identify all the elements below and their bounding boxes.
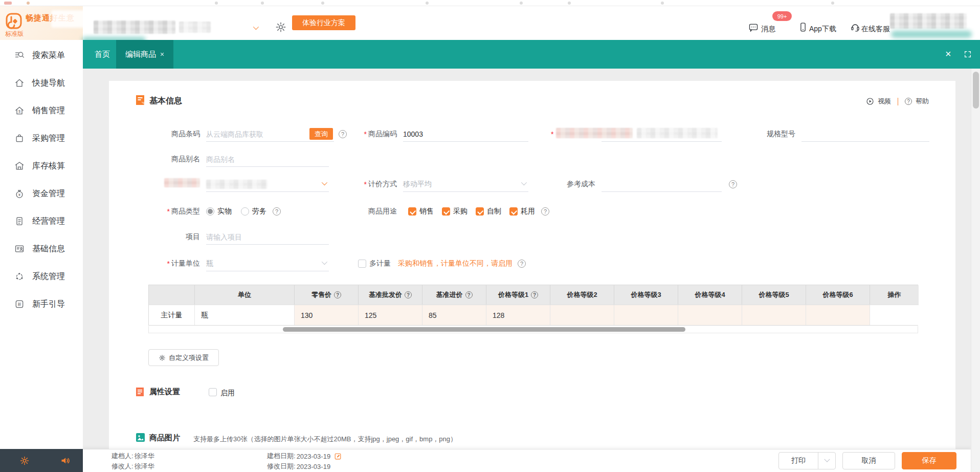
barcode-label: 商品条码 — [109, 126, 200, 142]
cell-level6[interactable] — [806, 305, 870, 325]
header-cell-actions: 操作 — [870, 285, 919, 305]
enable-checkbox[interactable] — [209, 388, 217, 396]
sidebar-item-business[interactable]: 经营管理 — [0, 207, 83, 235]
save-button[interactable]: 保存 — [902, 452, 956, 469]
app-download-icon[interactable] — [798, 22, 808, 32]
user-account-redacted[interactable] — [890, 13, 967, 29]
custom-fields-button[interactable]: 自定义项设置 — [148, 349, 219, 366]
cell-purchase[interactable]: 85 — [422, 305, 486, 325]
help-icon[interactable]: ? — [531, 291, 538, 298]
checkbox-purchase[interactable] — [442, 207, 450, 216]
sidebar-item-label: 销售管理 — [32, 105, 65, 116]
footer-gear-icon[interactable] — [19, 456, 30, 466]
sidebar-item-purchase[interactable]: 采购管理 — [0, 124, 83, 152]
browser-favicon-dot — [261, 2, 264, 5]
help-icon[interactable]: ? — [405, 291, 412, 298]
print-dropdown-button[interactable] — [818, 453, 835, 469]
workspace-select[interactable] — [94, 20, 175, 34]
horizontal-scrollbar[interactable] — [148, 326, 918, 333]
horizontal-scrollbar-thumb[interactable] — [283, 327, 685, 332]
project-field[interactable] — [206, 229, 329, 245]
cancel-button[interactable]: 取消 — [842, 452, 895, 469]
new-badge-icon: 新 — [14, 299, 25, 309]
unit-label: *计量单位 — [109, 256, 200, 271]
refcost-field[interactable] — [602, 177, 722, 192]
checkbox-consume[interactable] — [509, 207, 518, 216]
header-cell-wholesale: 基准批发价? — [359, 285, 422, 305]
sidebar-item-inventory[interactable]: 库存核算 — [0, 152, 83, 180]
header-cell-level1: 价格等级1? — [486, 285, 550, 305]
sidebar-item-label: 采购管理 — [32, 133, 65, 144]
message-icon[interactable] — [748, 23, 759, 33]
help-link[interactable]: 帮助 — [916, 97, 929, 106]
tabbar-close-icon[interactable]: × — [945, 47, 951, 60]
print-button[interactable]: 打印 — [779, 456, 818, 465]
app-download-label[interactable]: App下载 — [809, 25, 836, 34]
sidebar-item-quick-nav[interactable]: 快捷导航 — [0, 69, 83, 97]
sidebar-item-system[interactable]: 系统管理 — [0, 263, 83, 290]
browser-favicon-dot — [831, 2, 834, 5]
workspace-select-redacted — [179, 22, 211, 33]
code-input[interactable] — [403, 130, 528, 138]
search-icon — [14, 50, 25, 60]
spec-input[interactable] — [801, 130, 929, 138]
vertical-scrollbar[interactable] — [971, 69, 980, 472]
radio-service-label: 劳务 — [252, 207, 266, 216]
multiunit-label: 多计量 — [369, 259, 391, 268]
tab-close-icon[interactable]: × — [160, 50, 164, 58]
radio-service[interactable] — [241, 207, 249, 216]
redacted-smear — [891, 31, 972, 38]
header-cell-level5: 价格等级5 — [742, 285, 806, 305]
cell-wholesale[interactable]: 125 — [359, 305, 422, 325]
custom-fields-button-label: 自定义项设置 — [169, 353, 209, 362]
multiunit-checkbox[interactable] — [358, 260, 366, 268]
edit-date-icon[interactable] — [334, 453, 342, 460]
project-input[interactable] — [206, 233, 329, 241]
footer-speaker-icon[interactable] — [60, 455, 71, 466]
checkbox-selfmade[interactable] — [476, 207, 484, 216]
refcost-help-icon[interactable]: ? — [729, 180, 737, 188]
cell-level1[interactable]: 128 — [486, 305, 550, 325]
multiunit-help-icon[interactable]: ? — [518, 260, 526, 268]
help-icon[interactable]: ? — [334, 291, 341, 298]
usage-help-icon[interactable]: ? — [541, 207, 549, 216]
vertical-scrollbar-thumb[interactable] — [973, 72, 979, 109]
cell-level4[interactable] — [678, 305, 742, 325]
sidebar-item-basic-info[interactable]: 基础信息 — [0, 235, 83, 263]
sidebar-item-search-menu[interactable]: 搜索菜单 — [0, 41, 83, 69]
fullscreen-icon[interactable] — [964, 50, 972, 58]
tab-home[interactable]: 首页 — [86, 40, 119, 69]
online-service-label[interactable]: 在线客服 — [861, 25, 890, 34]
cell-level5[interactable] — [742, 305, 806, 325]
sidebar-item-funds[interactable]: ¥ 资金管理 — [0, 180, 83, 207]
online-service-icon[interactable] — [850, 22, 860, 32]
chevron-down-icon[interactable] — [253, 24, 259, 30]
experience-plan-button[interactable]: 体验行业方案 — [292, 15, 355, 30]
refcost-input[interactable] — [602, 180, 722, 188]
sidebar-item-newbie-guide[interactable]: 新 新手引导 — [0, 290, 83, 318]
unit-select[interactable]: 瓶 — [206, 256, 329, 271]
sidebar-item-label: 快捷导航 — [32, 78, 65, 89]
cell-level2[interactable] — [550, 305, 614, 325]
type-help-icon[interactable]: ? — [273, 207, 281, 216]
browser-favicon-dot — [661, 2, 664, 5]
checkbox-sale[interactable] — [408, 207, 416, 216]
price-table: 单位 零售价? 基准批发价? 基准进价? 价格等级1? 价格等级2 价格等级3 … — [148, 285, 918, 326]
cell-retail[interactable]: 130 — [295, 305, 359, 325]
browser-favicon-dot — [426, 2, 429, 5]
sidebar-item-label: 搜索菜单 — [32, 50, 65, 61]
alias-input[interactable] — [206, 155, 329, 163]
section-title-basic: 基本信息 — [149, 96, 182, 106]
messages-label[interactable]: 消息 — [761, 25, 775, 34]
settings-gear-icon[interactable] — [275, 22, 286, 33]
chevron-down-icon[interactable] — [322, 259, 327, 265]
tab-edit-product[interactable]: 编辑商品 × — [116, 40, 173, 69]
cell-level3[interactable] — [614, 305, 678, 325]
code-field[interactable] — [403, 126, 528, 142]
alias-field[interactable] — [206, 152, 329, 167]
radio-physical[interactable] — [206, 207, 214, 216]
spec-field[interactable] — [801, 126, 929, 142]
video-link[interactable]: 视频 — [878, 97, 891, 106]
help-icon[interactable]: ? — [465, 291, 473, 298]
sidebar-item-sales[interactable]: $ 销售管理 — [0, 97, 83, 124]
